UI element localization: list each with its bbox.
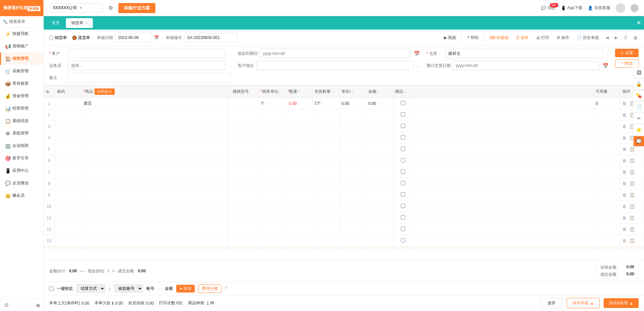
notes-input[interactable] <box>68 73 231 82</box>
row-quantity[interactable] <box>286 132 312 144</box>
expected-date-calendar-icon[interactable]: 📅 <box>603 63 608 68</box>
sidebar-item-base[interactable]: 📋 基础信息 <box>0 115 43 127</box>
avatar-secondary[interactable] <box>631 4 639 12</box>
row-delete-icon[interactable]: 🗑 <box>622 170 627 174</box>
row-product[interactable] <box>81 132 228 144</box>
row-unit[interactable] <box>259 144 286 155</box>
row-product[interactable] <box>81 212 228 224</box>
row-spec[interactable] <box>228 155 259 166</box>
row-gift[interactable] <box>393 109 413 121</box>
logistics-button[interactable]: + 物流 <box>615 59 639 68</box>
customer-address-input[interactable] <box>257 61 414 70</box>
row-barcode[interactable] <box>54 224 81 235</box>
row-amount[interactable] <box>366 144 393 155</box>
sidebar-item-operations[interactable]: 📊 经营管理 <box>0 102 43 115</box>
sidebar-item-sales[interactable]: 🏠 销售管理 <box>0 52 43 65</box>
row-amount[interactable] <box>366 235 393 246</box>
row-unit-price[interactable] <box>339 201 366 212</box>
row-product[interactable] <box>81 109 228 121</box>
row-spec[interactable] <box>228 144 259 155</box>
row-gift[interactable] <box>393 201 413 212</box>
row-barcode[interactable] <box>54 121 81 132</box>
row-amount[interactable] <box>366 109 393 121</box>
save-new-button[interactable]: 保存&新增 ▲ <box>604 298 639 308</box>
row-unit-price[interactable] <box>339 224 366 235</box>
doc-number-input[interactable] <box>184 33 238 42</box>
row-gift[interactable] <box>393 98 413 109</box>
row-pack-qty[interactable] <box>312 166 339 178</box>
row-quantity[interactable] <box>286 121 312 132</box>
radio-return-order[interactable]: 退货单 <box>72 35 90 41</box>
row-unit[interactable] <box>259 212 286 224</box>
row-barcode[interactable] <box>54 132 81 144</box>
row-delete-icon[interactable]: 🗑 <box>622 216 627 220</box>
row-barcode[interactable] <box>54 201 81 212</box>
row-copy-icon[interactable]: 📋 <box>630 170 635 174</box>
row-spec[interactable] <box>228 178 259 189</box>
row-spec[interactable] <box>228 201 259 212</box>
due-date-input[interactable] <box>260 49 411 58</box>
discard-button[interactable]: 放弃 <box>540 298 563 308</box>
row-amount[interactable] <box>366 224 393 235</box>
action-video[interactable]: ▶ 视频 <box>442 34 458 42</box>
row-unit-price[interactable] <box>339 109 366 121</box>
row-amount[interactable] <box>366 212 393 224</box>
row-pack-qty[interactable] <box>312 132 339 144</box>
customer-more[interactable]: ... <box>228 51 231 55</box>
row-gift[interactable] <box>393 178 413 189</box>
row-unit[interactable] <box>259 201 286 212</box>
row-spec[interactable] <box>228 98 259 109</box>
row-delete-icon[interactable]: 🗑 <box>622 135 627 140</box>
row-quantity[interactable] <box>286 212 312 224</box>
right-tool-lock[interactable]: 🔒 <box>633 79 644 89</box>
row-gift[interactable] <box>393 224 413 235</box>
row-spec[interactable] <box>228 121 259 132</box>
sidebar-collapse-icon[interactable]: ◀ <box>35 302 39 308</box>
row-gift[interactable] <box>393 166 413 178</box>
discount-info-icon[interactable]: ℹ <box>108 269 109 273</box>
row-pack-qty[interactable] <box>312 201 339 212</box>
unit-price-info-icon[interactable]: ℹ <box>349 89 351 93</box>
row-amount[interactable] <box>366 155 393 166</box>
action-shortcut[interactable]: ⌨ 快捷键 <box>488 34 510 42</box>
row-spec[interactable] <box>228 212 259 224</box>
row-pack-qty[interactable] <box>312 224 339 235</box>
row-unit-price[interactable] <box>339 132 366 144</box>
sidebar-item-wechat[interactable]: 💬 企业微信 <box>0 177 43 189</box>
row-gift[interactable] <box>393 155 413 166</box>
row-spec[interactable] <box>228 189 259 201</box>
row-quantity[interactable] <box>286 178 312 189</box>
row-quantity[interactable] <box>286 155 312 166</box>
row-unit[interactable]: 个 <box>259 98 286 109</box>
tab-bar-close-icon[interactable]: ✕ <box>636 19 641 27</box>
tab-home[interactable]: 首页 <box>46 18 65 28</box>
row-pack-qty[interactable]: 1个 <box>312 98 339 109</box>
payment-more[interactable]: ... <box>158 286 161 290</box>
row-delete-icon[interactable]: 🗑 <box>622 193 627 197</box>
action-select[interactable]: ☰ 选单 <box>514 34 531 42</box>
row-unit-price[interactable] <box>339 235 366 246</box>
row-unit[interactable] <box>259 109 286 121</box>
action-operate[interactable]: ⚙ 操作 <box>555 34 571 42</box>
scan-button[interactable]: 扫码录入 <box>94 88 115 95</box>
sidebar-item-enterprise[interactable]: 🏢 企业协同 <box>0 140 43 152</box>
payment-add-button[interactable]: ● 添加 <box>176 285 195 293</box>
row-amount[interactable]: 0.00 <box>366 98 393 109</box>
row-barcode[interactable] <box>54 189 81 201</box>
fee-split-button[interactable]: 费用分摊 <box>198 284 222 293</box>
row-pack-qty[interactable] <box>312 109 339 121</box>
row-gift[interactable] <box>393 189 413 201</box>
row-pack-qty[interactable] <box>312 189 339 201</box>
row-amount[interactable] <box>366 178 393 189</box>
row-copy-icon[interactable]: 📋 <box>630 227 635 232</box>
row-quantity[interactable] <box>286 189 312 201</box>
row-copy-icon[interactable]: 📋 <box>630 193 635 197</box>
row-unit[interactable] <box>259 132 286 144</box>
right-tool-image[interactable]: 🖼 <box>633 67 644 78</box>
row-product[interactable] <box>81 155 228 166</box>
view-list-icon[interactable]: ☰ <box>622 35 629 40</box>
row-unit-price[interactable]: 0.00 <box>339 98 366 109</box>
row-product[interactable] <box>81 121 228 132</box>
row-amount[interactable] <box>366 201 393 212</box>
row-amount[interactable] <box>366 189 393 201</box>
